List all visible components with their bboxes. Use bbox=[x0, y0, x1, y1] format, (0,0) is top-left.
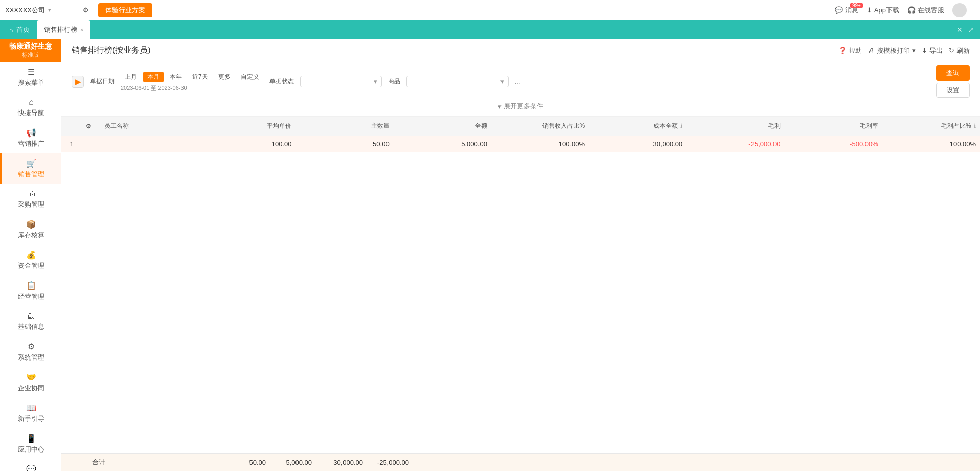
system-icon: ⚙ bbox=[28, 342, 35, 351]
date-range-display: 2023-06-01 至 2023-06-30 bbox=[121, 84, 263, 92]
company-selector[interactable]: XXXXXX公司 ▾ bbox=[5, 6, 77, 15]
sidebar-item-apps[interactable]: 📱 应用中心 bbox=[0, 429, 61, 459]
cell-avg-price: 100.00 bbox=[198, 136, 295, 152]
cell-amount: 5,000.00 bbox=[394, 136, 491, 152]
template-print-button[interactable]: 🖨 按模板打印 ▾ bbox=[868, 46, 916, 55]
sidebar-label-system: 系统管理 bbox=[18, 353, 44, 362]
footer-totals: 合计 50.00 5,000.00 30,000.00 -25,000.00 bbox=[61, 453, 980, 471]
tab-sales-ranking[interactable]: 销售排行榜 × bbox=[37, 20, 90, 39]
export-button[interactable]: ⬇ 导出 bbox=[922, 46, 943, 55]
date-opt-this-month[interactable]: 本月 bbox=[143, 72, 164, 82]
tab-home[interactable]: ⌂ 首页 bbox=[2, 20, 37, 39]
sidebar-item-marketing[interactable]: 📢 营销推广 bbox=[0, 123, 61, 153]
avatar[interactable] bbox=[952, 3, 967, 17]
page-header: 销售排行榜(按业务员) ❓ 帮助 🖨 按模板打印 ▾ ⬇ 导出 ↻ 刷新 bbox=[61, 39, 980, 60]
collab-icon: 🤝 bbox=[26, 372, 36, 382]
table-row: 1 100.00 50.00 5,000.00 100.00% 30,000.0… bbox=[61, 136, 980, 152]
filter-area: ▶ 单据日期 上月 本月 本年 近7天 更多 自定义 2023-06-01 至 … bbox=[61, 60, 980, 117]
logo-sub: 标准版 bbox=[22, 51, 39, 59]
sidebar-label-finance: 资金管理 bbox=[18, 261, 44, 271]
table-settings-button[interactable]: 设置 bbox=[936, 83, 970, 98]
sidebar-label-search: 搜索菜单 bbox=[18, 78, 44, 87]
date-opt-custom[interactable]: 自定义 bbox=[237, 72, 263, 82]
th-settings[interactable]: ⚙ bbox=[82, 117, 100, 136]
sidebar-label-sales: 销售管理 bbox=[18, 170, 44, 179]
app-download-button[interactable]: ⬇ App下载 bbox=[867, 6, 899, 15]
help-button[interactable]: ❓ 帮助 bbox=[838, 46, 862, 55]
sidebar-item-basic[interactable]: 🗂 基础信息 bbox=[0, 306, 61, 337]
sidebar-item-sales[interactable]: 🛒 销售管理 bbox=[0, 153, 61, 184]
page-actions: ❓ 帮助 🖨 按模板打印 ▾ ⬇ 导出 ↻ 刷新 bbox=[838, 46, 970, 55]
sidebar-label-collab: 企业协同 bbox=[18, 384, 44, 393]
finance-icon: 💰 bbox=[26, 250, 36, 260]
table-header-row: ⚙ 员工名称 平均单价 主数量 全额 销售收入占比% 成本全额 ℹ 毛利 毛利率… bbox=[61, 117, 980, 136]
cell-rank: 1 bbox=[61, 136, 82, 152]
sidebar-item-finance[interactable]: 💰 资金管理 bbox=[0, 245, 61, 276]
expand-more-row[interactable]: ▾ 展开更多条件 bbox=[72, 102, 970, 111]
sidebar-item-shortcut[interactable]: ⌂ 快捷导航 bbox=[0, 93, 61, 123]
message-button[interactable]: 💬 消息 99+ bbox=[835, 6, 858, 15]
sidebar-item-collab[interactable]: 🤝 企业协同 bbox=[0, 367, 61, 398]
footer-amount: 5,000.00 bbox=[266, 459, 312, 466]
message-icon: 💬 bbox=[835, 6, 843, 14]
print-icon: 🖨 bbox=[868, 47, 875, 54]
apps-icon: 📱 bbox=[26, 434, 36, 443]
basic-info-icon: 🗂 bbox=[27, 311, 35, 321]
sidebar-label-purchase: 采购管理 bbox=[18, 200, 44, 209]
refresh-icon: ↻ bbox=[949, 47, 954, 54]
cell-name bbox=[100, 136, 198, 152]
close-window-icon[interactable]: ✕ bbox=[956, 26, 963, 34]
sidebar-item-system[interactable]: ⚙ 系统管理 bbox=[0, 337, 61, 367]
date-opt-more[interactable]: 更多 bbox=[214, 72, 235, 82]
status-chevron-icon: ▾ bbox=[374, 78, 377, 85]
date-opt-this-year[interactable]: 本年 bbox=[166, 72, 186, 82]
operations-icon: 📋 bbox=[26, 281, 36, 290]
print-chevron-icon: ▾ bbox=[912, 47, 916, 54]
sidebar-item-search[interactable]: ☰ 搜索菜单 bbox=[0, 62, 61, 93]
profitpct-info-icon[interactable]: ℹ bbox=[974, 123, 976, 129]
footer-qty-val: 50.00 bbox=[220, 459, 266, 466]
sidebar-item-purchase[interactable]: 🛍 采购管理 bbox=[0, 184, 61, 214]
refresh-button[interactable]: ↻ 刷新 bbox=[949, 46, 970, 55]
footer-cost: 30,000.00 bbox=[312, 459, 363, 466]
search-menu-icon: ☰ bbox=[28, 67, 35, 77]
more-filters-button[interactable]: ... bbox=[515, 78, 520, 85]
cell-qty: 50.00 bbox=[295, 136, 393, 152]
online-support-button[interactable]: 🎧 在线客服 bbox=[907, 6, 944, 15]
purchase-icon: 🛍 bbox=[27, 189, 35, 198]
marketing-icon: 📢 bbox=[26, 128, 36, 138]
page-title: 销售排行榜(按业务员) bbox=[72, 45, 151, 56]
filter-toggle-button[interactable]: ▶ bbox=[72, 76, 84, 88]
main-content: 销售排行榜(按业务员) ❓ 帮助 🖨 按模板打印 ▾ ⬇ 导出 ↻ 刷新 bbox=[61, 39, 980, 471]
cost-info-icon[interactable]: ℹ bbox=[680, 123, 682, 129]
status-filter-label: 单据状态 bbox=[269, 77, 294, 86]
goods-select[interactable]: ▾ bbox=[406, 76, 509, 87]
footer-total-label: 合计 bbox=[72, 458, 174, 467]
goods-filter-label: 商品 bbox=[388, 77, 400, 86]
export-icon: ⬇ bbox=[922, 47, 927, 54]
close-tab-icon[interactable]: × bbox=[80, 27, 83, 33]
sidebar-item-wechat[interactable]: 💬 企业微信 bbox=[0, 459, 61, 471]
date-opt-last-month[interactable]: 上月 bbox=[121, 72, 141, 82]
filter-row: ▶ 单据日期 上月 本月 本年 近7天 更多 自定义 2023-06-01 至 … bbox=[72, 65, 970, 98]
trial-button[interactable]: 体验行业方案 bbox=[98, 3, 152, 17]
expand-more-label: 展开更多条件 bbox=[504, 102, 543, 111]
status-select[interactable]: ▾ bbox=[300, 76, 382, 87]
data-table: ⚙ 员工名称 平均单价 主数量 全额 销售收入占比% 成本全额 ℹ 毛利 毛利率… bbox=[61, 117, 980, 152]
expand-icon[interactable]: ⤢ bbox=[968, 26, 974, 34]
sidebar-item-inventory[interactable]: 📦 库存核算 bbox=[0, 214, 61, 245]
sidebar-item-operations[interactable]: 📋 经营管理 bbox=[0, 276, 61, 306]
sidebar-item-guide[interactable]: 📖 新手引导 bbox=[0, 398, 61, 429]
sidebar-label-inventory: 库存核算 bbox=[18, 231, 44, 240]
wechat-icon: 💬 bbox=[26, 464, 36, 471]
settings-icon[interactable]: ⚙ bbox=[79, 3, 93, 17]
sidebar-label-apps: 应用中心 bbox=[18, 445, 44, 454]
sidebar-label-basic: 基础信息 bbox=[18, 322, 44, 331]
th-margin: 毛利率 bbox=[785, 117, 882, 136]
content-area: 畅康通好生意 标准版 ☰ 搜索菜单 ⌂ 快捷导航 📢 营销推广 🛒 销售管理 🛍… bbox=[0, 39, 980, 471]
cell-settings bbox=[82, 136, 100, 152]
query-button[interactable]: 查询 bbox=[936, 65, 970, 81]
download-icon: ⬇ bbox=[867, 6, 872, 14]
goods-chevron-icon: ▾ bbox=[500, 78, 504, 85]
date-opt-7days[interactable]: 近7天 bbox=[188, 72, 212, 82]
